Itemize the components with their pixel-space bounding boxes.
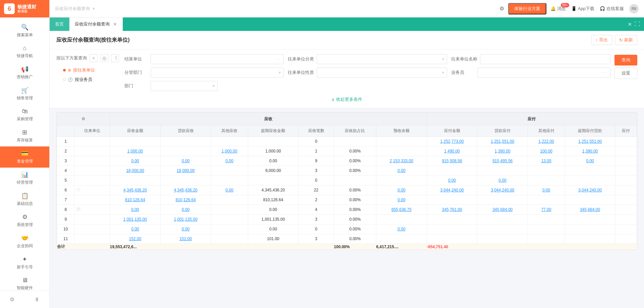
sidebar-item-sales[interactable]: 🛒 销售管理 xyxy=(0,83,49,104)
table-cell[interactable] xyxy=(160,176,211,185)
sidebar-item-quick[interactable]: ⌂ 快捷导航 xyxy=(0,41,49,62)
table-cell[interactable]: 0.00 xyxy=(110,224,161,234)
table-cell[interactable]: 77.00 xyxy=(528,205,565,215)
table-cell[interactable] xyxy=(565,195,615,205)
table-cell[interactable] xyxy=(211,166,248,176)
table-cell[interactable]: 13.00 xyxy=(528,156,565,166)
table-cell[interactable] xyxy=(211,215,248,224)
table-cell[interactable] xyxy=(528,224,565,234)
online-service-button[interactable]: 🎧 在线客服 xyxy=(600,6,624,12)
table-cell[interactable]: 1,001,135.00 xyxy=(110,215,161,224)
export-button[interactable]: ↑ 导出 xyxy=(591,35,612,45)
table-cell[interactable] xyxy=(376,146,427,156)
salesperson-input[interactable]: ··· xyxy=(477,68,610,78)
dept-input[interactable]: ▾ xyxy=(151,81,218,91)
table-cell[interactable]: 3,044,240.00 xyxy=(477,185,528,195)
filter-collapse-left-button[interactable]: 《 xyxy=(111,54,119,62)
table-cell[interactable]: 18,000.00 xyxy=(160,166,211,176)
table-cell[interactable] xyxy=(211,137,248,146)
dept-supervisor-input[interactable]: ▾ xyxy=(151,68,284,78)
sidebar-item-search[interactable]: 🔍 搜索菜单 xyxy=(0,20,49,41)
table-cell[interactable]: 1,251,551.00 xyxy=(477,137,528,146)
table-cell[interactable]: 1,001,135.00 xyxy=(160,215,211,224)
table-cell[interactable]: 0.00 xyxy=(160,205,211,215)
table-cell[interactable]: 3,044,240.00 xyxy=(565,185,615,195)
settings-bottom-btn[interactable]: ⚙ xyxy=(7,295,17,304)
settlement-unit-input[interactable]: ··· xyxy=(151,54,284,64)
table-cell[interactable]: 2,153,333.00 xyxy=(376,156,427,166)
table-cell[interactable]: 0.00 xyxy=(160,224,211,234)
filter-target-button[interactable]: ◎ xyxy=(100,54,108,62)
table-cell[interactable]: 345,684.00 xyxy=(477,205,528,215)
table-cell[interactable]: 0.00 xyxy=(376,185,427,195)
table-cell[interactable]: 0.00 xyxy=(110,156,161,166)
table-cell[interactable] xyxy=(528,215,565,224)
partner-name-input[interactable] xyxy=(480,54,610,64)
table-cell[interactable] xyxy=(110,137,161,146)
table-cell[interactable]: 0.00 xyxy=(376,224,427,234)
tab-home[interactable]: 首页 xyxy=(50,17,69,31)
table-settings-icon[interactable]: ⚙ xyxy=(80,116,87,122)
table-cell[interactable] xyxy=(528,176,565,185)
sidebar-item-guide[interactable]: ✦ 新手引导 xyxy=(0,252,49,273)
table-cell[interactable]: 152.00 xyxy=(160,234,211,244)
table-cell[interactable]: 4,345,436.20 xyxy=(110,185,161,195)
table-cell[interactable] xyxy=(565,176,615,185)
table-cell[interactable] xyxy=(477,166,528,176)
tab-close-icon[interactable]: ✕ xyxy=(113,21,117,27)
table-cell[interactable]: 1,000.00 xyxy=(110,146,161,156)
table-cell[interactable] xyxy=(376,234,427,244)
table-cell[interactable]: 0.00 xyxy=(110,205,161,215)
table-cell[interactable] xyxy=(477,215,528,224)
table-cell[interactable]: 3,044,240.00 xyxy=(427,185,477,195)
table-cell[interactable]: 0.00 xyxy=(211,185,248,195)
table-cell[interactable]: 18,000.00 xyxy=(110,166,161,176)
table-cell[interactable] xyxy=(427,234,477,244)
table-cell[interactable] xyxy=(427,166,477,176)
table-cell[interactable] xyxy=(376,215,427,224)
table-cell[interactable]: 810,126.64 xyxy=(160,195,211,205)
sidebar-item-operation[interactable]: 📊 经营管理 xyxy=(0,168,49,189)
table-cell[interactable]: 152.00 xyxy=(110,234,161,244)
table-cell[interactable]: 0.00 xyxy=(376,166,427,176)
table-cell[interactable]: 345,761.00 xyxy=(427,205,477,215)
table-cell[interactable] xyxy=(211,234,248,244)
table-cell[interactable]: 1,222.00 xyxy=(528,137,565,146)
table-cell[interactable] xyxy=(528,166,565,176)
table-cell[interactable]: 1,251,551.00 xyxy=(565,137,615,146)
table-cell[interactable] xyxy=(477,234,528,244)
table-cell[interactable] xyxy=(528,195,565,205)
partner-category-input[interactable]: ▾ xyxy=(317,54,447,64)
sidebar-item-marketing[interactable]: 📢 营销推广 xyxy=(0,62,49,83)
table-cell[interactable] xyxy=(565,234,615,244)
tab-maximize-icon[interactable]: ⛶ xyxy=(635,21,640,27)
filter-collapse-button[interactable]: ∧ 收起更多条件 xyxy=(56,94,637,105)
table-cell[interactable]: 1,490.00 xyxy=(427,146,477,156)
message-button[interactable]: 🔔 消息 99+ xyxy=(550,6,566,12)
table-cell[interactable]: 0.00 xyxy=(427,176,477,185)
user-avatar[interactable]: Rit xyxy=(629,4,639,13)
table-cell[interactable]: 0.00 xyxy=(376,195,427,205)
sidebar-item-hardware[interactable]: 🖥 智能硬件 xyxy=(0,273,49,291)
sidebar-item-basic[interactable]: 📋 基础信息 xyxy=(0,189,49,210)
table-cell[interactable] xyxy=(110,176,161,185)
table-cell[interactable] xyxy=(211,205,248,215)
table-cell[interactable] xyxy=(477,224,528,234)
table-cell[interactable]: 0.00 xyxy=(565,156,615,166)
sidebar-item-coop[interactable]: 🤝 企业协同 xyxy=(0,231,49,252)
tab-ar-ap[interactable]: 应收应付余额查询 ✕ xyxy=(69,17,123,31)
table-cell[interactable]: 1,390.00 xyxy=(565,146,615,156)
table-cell[interactable] xyxy=(160,146,211,156)
table-cell[interactable] xyxy=(427,224,477,234)
refresh-button[interactable]: ↻ 刷新 xyxy=(615,35,637,45)
settings-icon[interactable]: ⚙ xyxy=(499,5,504,12)
table-cell[interactable] xyxy=(427,195,477,205)
footer-prepay-balance[interactable]: 6,417,215.... xyxy=(376,244,427,250)
sidebar-item-purchase[interactable]: 🛍 采购管理 xyxy=(0,104,49,125)
sidebar-item-system[interactable]: ⚙ 系统管理 xyxy=(0,210,49,231)
partner-nature-input[interactable]: ▾ xyxy=(317,68,447,78)
filter-add-button[interactable]: ＋ xyxy=(90,54,98,62)
table-cell[interactable] xyxy=(565,166,615,176)
table-cell[interactable]: 1,390.00 xyxy=(477,146,528,156)
table-cell[interactable]: 0.00 xyxy=(160,156,211,166)
